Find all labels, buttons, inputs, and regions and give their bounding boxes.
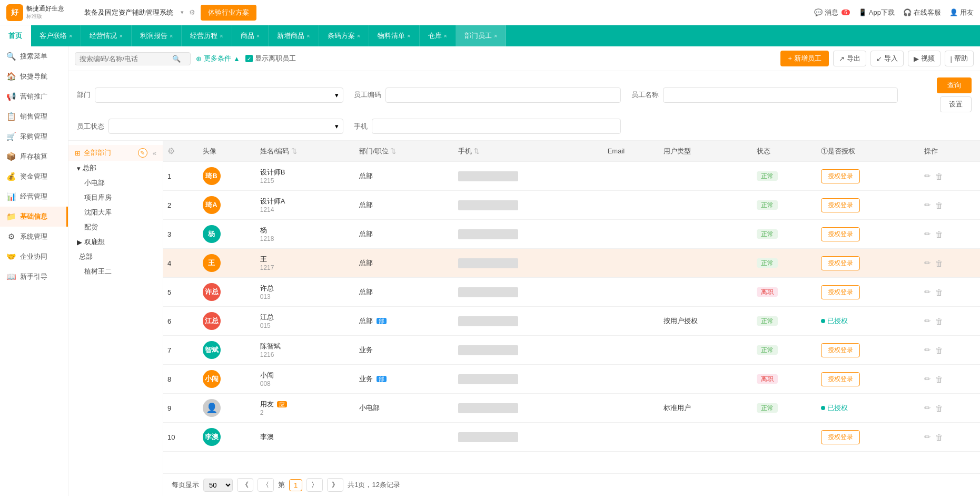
dept-node-zhishuwanger[interactable]: 植树王二 — [68, 264, 163, 279]
search-input-wrap[interactable]: 🔍 — [75, 52, 191, 65]
query-button[interactable]: 查询 — [937, 77, 972, 93]
tab-customer[interactable]: 客户联络 × — [31, 25, 81, 46]
auth-cell[interactable]: 授权登录 — [817, 336, 920, 365]
delete-icon[interactable]: 🗑 — [935, 288, 943, 297]
close-icon[interactable]: × — [407, 33, 410, 39]
delete-icon[interactable]: 🗑 — [935, 317, 943, 326]
phone-input[interactable] — [372, 119, 620, 134]
import-button[interactable]: ↙ 导入 — [870, 51, 904, 66]
sidebar-item-finance[interactable]: 💰 资金管理 — [0, 167, 68, 187]
tab-bom[interactable]: 物料清单 × — [369, 25, 419, 46]
tab-profit[interactable]: 利润报告 × — [132, 25, 182, 46]
auth-cell[interactable]: 授权登录 — [817, 365, 920, 394]
auth-cell[interactable]: 授权登录 — [817, 220, 920, 249]
tab-barcode[interactable]: 条码方案 × — [319, 25, 369, 46]
dept-node-xiaodibu[interactable]: 小电部 — [68, 176, 163, 190]
auth-button[interactable]: 授权登录 — [821, 227, 860, 241]
dept-node-zonbu-collapse[interactable]: ▾ 总部 — [68, 161, 163, 176]
close-icon[interactable]: × — [444, 33, 447, 39]
auth-button[interactable]: 授权登录 — [821, 343, 860, 357]
system-dropdown-icon[interactable]: ▾ — [181, 9, 184, 16]
user-menu-button[interactable]: 👤 用友 — [949, 8, 974, 17]
auth-cell[interactable]: 授权登录 — [817, 278, 920, 307]
add-employee-button[interactable]: + 新增员工 — [780, 51, 828, 66]
per-page-select[interactable]: 50 20 100 — [203, 479, 233, 492]
sidebar-item-basic[interactable]: 📁 基础信息 — [0, 207, 68, 227]
close-icon[interactable]: × — [220, 33, 223, 39]
close-icon[interactable]: × — [306, 33, 310, 39]
edit-icon[interactable]: ✏ — [924, 229, 931, 239]
emp-code-input[interactable] — [385, 87, 620, 103]
sidebar-item-sales[interactable]: 📋 销售管理 — [0, 106, 68, 127]
tab-history[interactable]: 经营历程 × — [182, 25, 232, 46]
dept-node-shenyangdaku[interactable]: 沈阳大库 — [68, 205, 163, 220]
edit-icon[interactable]: ✏ — [924, 345, 931, 355]
reset-button[interactable]: 设置 — [940, 96, 972, 112]
sidebar-item-operations[interactable]: 📊 经营管理 — [0, 187, 68, 207]
sidebar-item-search[interactable]: 🔍 搜索菜单 — [0, 46, 68, 66]
auth-cell[interactable]: 授权登录 — [817, 191, 920, 220]
message-button[interactable]: 💬 消息 6 — [814, 8, 850, 17]
first-page-button[interactable]: 《 — [237, 478, 253, 492]
sidebar-item-marketing[interactable]: 📢 营销推广 — [0, 86, 68, 106]
dept-node-peihuo[interactable]: 配货 — [68, 220, 163, 235]
search-input[interactable] — [80, 55, 169, 63]
auth-cell[interactable]: 授权登录 — [817, 162, 920, 191]
tab-home[interactable]: 首页 — [0, 25, 31, 46]
delete-icon[interactable]: 🗑 — [935, 230, 943, 239]
col-name[interactable]: 姓名/编码 ⇅ — [256, 141, 355, 162]
next-page-button[interactable]: 〉 — [306, 478, 323, 492]
auth-button[interactable]: 授权登录 — [821, 430, 860, 444]
delete-icon[interactable]: 🗑 — [935, 201, 943, 210]
delete-icon[interactable]: 🗑 — [935, 404, 943, 413]
auth-cell[interactable]: 已授权 — [817, 394, 920, 423]
dept-node-shuangluxiang[interactable]: ▶ 双鹿想 — [68, 235, 163, 249]
online-service-button[interactable]: 🎧 在线客服 — [903, 8, 941, 17]
dept-all-button[interactable]: ⊞ 全部部门 ✎ « — [68, 145, 163, 161]
auth-button[interactable]: 授权登录 — [821, 285, 860, 299]
auth-cell[interactable]: 授权登录 — [817, 249, 920, 278]
help-button[interactable]: | 帮助 — [945, 51, 974, 66]
close-icon[interactable]: × — [494, 33, 497, 39]
tab-goods[interactable]: 商品 × — [232, 25, 269, 46]
collapse-icon[interactable]: « — [153, 149, 156, 157]
edit-icon[interactable]: ✏ — [924, 432, 931, 442]
auth-button[interactable]: 授权登录 — [821, 372, 860, 386]
sidebar-item-inventory[interactable]: 📦 库存核算 — [0, 147, 68, 167]
edit-icon[interactable]: ✏ — [924, 258, 931, 268]
tab-employees[interactable]: 部门员工 × — [456, 25, 506, 46]
close-icon[interactable]: × — [357, 33, 360, 39]
sidebar-item-purchase[interactable]: 🛒 采购管理 — [0, 127, 68, 147]
delete-icon[interactable]: 🗑 — [935, 172, 943, 181]
auth-cell[interactable]: 已授权 — [817, 307, 920, 336]
close-icon[interactable]: × — [170, 33, 173, 39]
sidebar-item-system[interactable]: ⚙ 系统管理 — [0, 227, 68, 247]
more-conditions-button[interactable]: ⊕ 更多条件 ▲ — [196, 54, 240, 63]
gear-icon[interactable]: ⚙ — [189, 8, 195, 16]
edit-icon[interactable]: ✏ — [924, 316, 931, 326]
settings-icon[interactable]: ⚙ — [167, 147, 175, 155]
auth-button[interactable]: 授权登录 — [821, 169, 860, 183]
edit-icon[interactable]: ✏ — [924, 200, 931, 210]
experience-button[interactable]: 体验行业方案 — [201, 5, 256, 21]
app-download-button[interactable]: 📱 App下载 — [858, 8, 895, 17]
auth-button[interactable]: 授权登录 — [821, 198, 860, 212]
delete-icon[interactable]: 🗑 — [935, 433, 943, 442]
tab-warehouse[interactable]: 仓库 × — [420, 25, 456, 46]
close-icon[interactable]: × — [69, 33, 72, 39]
sidebar-item-shortcut[interactable]: 🏠 快捷导航 — [0, 66, 68, 86]
auth-cell[interactable]: 授权登录 — [817, 423, 920, 452]
col-settings[interactable]: ⚙ — [163, 141, 199, 162]
col-phone[interactable]: 手机 ⇅ — [454, 141, 603, 162]
show-inactive-checkbox[interactable]: ✓ — [245, 55, 253, 62]
edit-icon[interactable]: ✏ — [924, 171, 931, 181]
dept-node-xiangmukufang[interactable]: 项目库房 — [68, 190, 163, 205]
view-button[interactable]: ▶ 视频 — [908, 51, 941, 66]
close-icon[interactable]: × — [256, 33, 260, 39]
tab-add-goods[interactable]: 新增商品 × — [269, 25, 319, 46]
show-inactive-wrap[interactable]: ✓ 显示离职员工 — [245, 54, 296, 63]
emp-status-select[interactable]: ▾ — [108, 119, 343, 134]
col-dept[interactable]: 部门/职位 ⇅ — [355, 141, 454, 162]
prev-page-button[interactable]: 〈 — [258, 478, 274, 492]
close-icon[interactable]: × — [119, 33, 122, 39]
